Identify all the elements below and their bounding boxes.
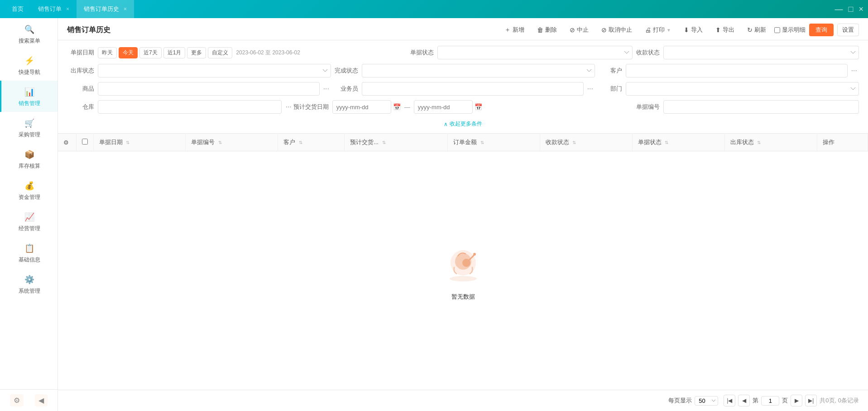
sidebar-item-search[interactable]: 🔍 搜索菜单 [0,18,58,49]
select-all-checkbox[interactable] [82,139,88,145]
tab-home[interactable]: 首页 [5,0,31,18]
product-label: 商品 [67,85,94,93]
bill-number-control [663,100,859,114]
th-customer[interactable]: 客户 ⇅ [278,134,345,151]
th-bill-date[interactable]: 单据日期 ⇅ [93,134,186,151]
date-btn-more[interactable]: 更多 [187,47,206,58]
first-page-btn[interactable]: |◀ [724,395,735,406]
tab-sales-order-history-label: 销售订单历史 [84,5,119,13]
print-button[interactable]: 🖨 打印 ▼ [640,24,676,36]
outbound-status-select[interactable] [98,64,331,77]
export-button[interactable]: ⬆ 导出 [711,24,739,36]
export-icon: ⬆ [715,26,721,34]
sidebar-item-purchase[interactable]: 🛒 采购管理 [0,112,58,143]
top-bar: 首页 销售订单 × 销售订单历史 × — □ × [0,0,868,18]
bill-number-input[interactable] [663,100,859,114]
th-order-amount[interactable]: 订单金额 ⇅ [447,134,540,151]
expected-date-from[interactable] [332,100,391,114]
th-customer-label: 客户 [283,139,295,145]
payment-status-select[interactable] [663,46,859,59]
topbar-close-btn[interactable]: — [835,5,843,14]
query-label: 查询 [815,26,827,34]
th-payment-status[interactable]: 收款状态 ⇅ [540,134,632,151]
cancel-stop-button[interactable]: ⊘ 取消中止 [597,24,637,36]
stop-icon: ⊘ [570,26,575,34]
display-detail-checkbox-input[interactable] [774,27,780,33]
date-btn-yesterday[interactable]: 昨天 [98,47,117,58]
stop-button[interactable]: ⊘ 中止 [565,24,593,36]
display-detail-toggle[interactable]: 显示明细 [774,26,806,34]
th-bill-status[interactable]: 单据状态 ⇅ [632,134,724,151]
customer-dots-btn[interactable]: ··· [849,67,859,75]
page-number-input[interactable] [761,396,779,406]
filter-warehouse: 仓库 ··· [67,100,293,114]
warehouse-dots-btn[interactable]: ··· [283,103,293,111]
date-btn-1month[interactable]: 近1月 [163,47,186,58]
tab-sales-order-close[interactable]: × [66,6,69,12]
tab-sales-order-history-close[interactable]: × [124,6,127,12]
sort-icon-bill-number: ⇅ [218,140,222,145]
expected-date-to[interactable] [414,100,473,114]
filter-row-3: 商品 ··· 业务员 ··· 部门 [67,82,859,96]
sidebar-item-inventory[interactable]: 📦 库存核算 [0,143,58,174]
sidebar-item-sales[interactable]: 📊 销售管理 [0,81,58,112]
th-bill-number[interactable]: 单据编号 ⇅ [186,134,278,151]
tab-sales-order[interactable]: 销售订单 × [31,0,77,18]
sidebar-item-operations[interactable]: 📈 经营管理 [0,206,58,237]
tab-sales-order-history[interactable]: 销售订单历史 × [77,0,134,18]
topbar-exit-btn[interactable]: × [858,5,863,14]
data-table: ⚙ 单据日期 ⇅ 单据编号 ⇅ [58,134,868,151]
add-button[interactable]: ＋ 新增 [500,24,529,36]
warehouse-input[interactable] [98,100,282,114]
basic-info-icon: 📋 [24,243,34,253]
import-button[interactable]: ⬇ 导入 [679,24,707,36]
topbar-minimize-btn[interactable]: □ [849,5,854,14]
filter-product: 商品 ··· [67,82,331,96]
bill-status-select[interactable] [437,46,633,59]
refresh-button[interactable]: ↻ 刷新 [743,24,771,36]
date-btn-group: 昨天 今天 近7天 近1月 更多 自定义 [98,47,232,58]
delete-button[interactable]: 🗑 删除 [532,24,561,36]
salesperson-dots-btn[interactable]: ··· [585,85,595,93]
query-button[interactable]: 查询 [809,24,834,36]
th-expected-delivery[interactable]: 预计交货... ⇅ [345,134,448,151]
sidebar-collapse-btn[interactable]: ◀ [35,394,48,406]
print-dropdown-icon: ▼ [667,28,671,33]
bill-status-label: 单据状态 [407,48,434,57]
product-input[interactable] [98,82,320,96]
sidebar-item-quick-nav[interactable]: ⚡ 快捷导航 [0,49,58,81]
date-btn-custom[interactable]: 自定义 [208,47,232,58]
last-page-btn[interactable]: ▶| [805,395,817,406]
product-dots-btn[interactable]: ··· [321,85,331,93]
next-page-btn[interactable]: ▶ [791,395,802,406]
date-btn-today[interactable]: 今天 [119,47,138,58]
sidebar-item-system[interactable]: ⚙️ 系统管理 [0,268,58,300]
operations-icon: 📈 [24,212,34,222]
per-page-dropdown[interactable]: 50 20 100 [695,396,718,406]
sidebar-item-finance[interactable]: 💰 资金管理 [0,174,58,206]
sidebar-item-operations-label: 经营管理 [19,225,40,232]
collapse-bar[interactable]: ∧ 收起更多条件 [67,118,859,128]
complete-status-select[interactable] [362,64,595,77]
filter-date: 单据日期 昨天 今天 近7天 近1月 更多 自定义 2023-06-02 至 2… [67,47,407,58]
setting-button[interactable]: 设置 [837,24,859,36]
import-icon: ⬇ [684,26,689,34]
sidebar-settings-btn[interactable]: ⚙ [10,394,24,406]
date-control: 昨天 今天 近7天 近1月 更多 自定义 2023-06-02 至 2023-0… [98,47,407,58]
complete-status-control [362,64,595,77]
customer-input[interactable] [626,64,848,77]
calendar-from-icon[interactable]: 📅 [393,103,401,111]
page-header: 销售订单历史 ＋ 新增 🗑 删除 ⊘ 中止 ⊘ 取消中止 [58,18,868,40]
th-checkbox[interactable] [76,134,93,151]
date-btn-7days[interactable]: 近7天 [139,47,162,58]
th-settings[interactable]: ⚙ [58,134,76,151]
th-outbound-status[interactable]: 出库状态 ⇅ [724,134,817,151]
calendar-to-icon[interactable]: 📅 [475,103,482,111]
prev-page-btn[interactable]: ◀ [738,395,750,406]
th-bill-number-label: 单据编号 [191,139,215,145]
salesperson-input[interactable] [362,82,584,96]
department-select[interactable] [626,82,859,96]
toolbar: ＋ 新增 🗑 删除 ⊘ 中止 ⊘ 取消中止 🖨 打印 [500,24,859,36]
sidebar-item-basic-info[interactable]: 📋 基础信息 [0,237,58,268]
sidebar-item-search-label: 搜索菜单 [19,37,40,45]
